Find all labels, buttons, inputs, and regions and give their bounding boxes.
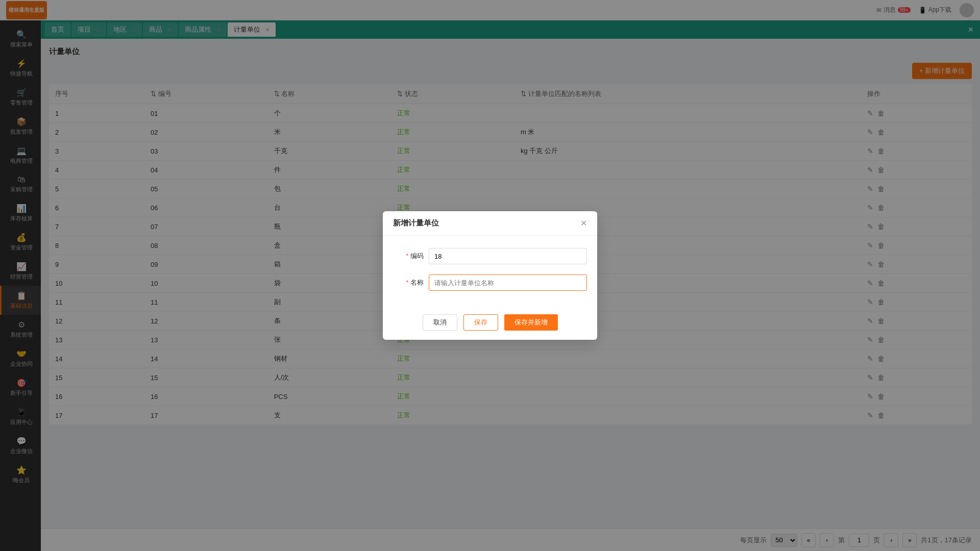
name-required-marker: * [406,279,408,286]
modal-title: 新增计量单位 [393,218,439,228]
cancel-button[interactable]: 取消 [423,314,457,331]
name-label: * 名称 [393,278,424,287]
name-form-row: * 名称 [393,274,587,291]
save-and-new-button[interactable]: 保存并新增 [504,314,558,331]
code-required-marker: * [406,252,408,260]
code-form-row: * 编码 [393,248,587,264]
save-button[interactable]: 保存 [463,314,498,331]
modal-footer: 取消 保存 保存并新增 [383,309,597,340]
modal-body: * 编码 * 名称 [383,236,597,309]
name-input[interactable] [429,274,587,291]
code-label: * 编码 [393,252,424,261]
code-input[interactable] [429,248,587,264]
modal-overlay: 新增计量单位 ✕ * 编码 * 名称 取消 保存 保存并新增 [0,0,980,551]
code-label-text: 编码 [410,252,424,260]
modal-close-button[interactable]: ✕ [580,218,587,228]
add-unit-modal: 新增计量单位 ✕ * 编码 * 名称 取消 保存 保存并新增 [383,211,597,340]
modal-header: 新增计量单位 ✕ [383,211,597,236]
name-label-text: 名称 [410,279,424,286]
